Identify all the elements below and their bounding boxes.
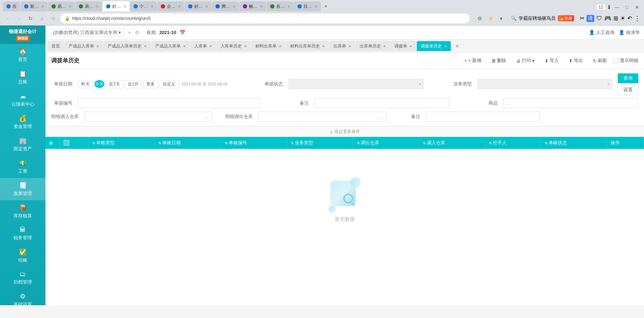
th-in-warehouse[interactable]: ⇅ 调入仓库 [419,137,485,149]
dropdown-icon[interactable]: ▾ [497,14,505,23]
address-input[interactable]: 🔒 https://cloud.chanjet.com/accounting/u… [60,13,470,23]
export-button[interactable]: ⬆ 导出 [565,56,586,65]
forward-button[interactable]: › [15,14,23,23]
date-yesterday-btn[interactable]: 昨天 [78,80,93,88]
date-today-btn[interactable]: 今天 [94,80,104,88]
th-gear[interactable]: ⚙ [45,137,60,149]
goods-picker-button[interactable]: ... [503,98,638,108]
query-button[interactable]: 查询 [618,73,638,83]
date-7days-btn[interactable]: 近7天 [106,80,123,88]
content-tab-3[interactable]: 产成品入库单 ✕ [151,41,190,51]
content-tab-7[interactable]: 材料出库单历史 ✕ [286,41,329,51]
content-tab-2-close[interactable]: ✕ [144,44,147,48]
th-out-warehouse[interactable]: ⇅ 调出仓库 [353,137,419,149]
company-selector[interactable]: (勿删勿禁用) 江西服宝测试专用 ▾ [50,28,124,37]
th-doc-type[interactable]: ⇅ 单账类型 [89,137,155,149]
browser-tab-6[interactable]: 企… ✕ [157,1,184,11]
lightning-icon[interactable]: ⚡ [486,14,495,23]
content-tab-4[interactable]: 入库单 ✕ [190,41,216,51]
home-button[interactable]: ⌂ [38,14,46,23]
content-tab-4-close[interactable]: ✕ [209,44,212,48]
sidebar-item-home[interactable]: 🏠 首页 [0,44,45,66]
setting-button[interactable]: 设置 [618,85,638,95]
content-tab-6[interactable]: 材料出库单 ✕ [251,41,285,51]
date-1month-btn[interactable]: 近1月 [125,80,142,88]
sidebar-item-inventory[interactable]: 📦 库存核算 [0,200,45,223]
content-tab-2[interactable]: 产成品入库单历史 ✕ [104,41,151,51]
select-all-checkbox[interactable] [64,140,69,146]
sidebar-item-archive[interactable]: 🗂 归档管理 [0,267,45,289]
sidebar-item-checkout[interactable]: ✅ 结账 [0,245,45,267]
th-doc-no[interactable]: ⇅ 单账编号 [221,137,287,149]
sidebar-item-cloud-reports[interactable]: ☁ 云报表中心 [0,89,45,111]
print-button[interactable]: 🖨 打印 ▾ [513,56,538,65]
new-tab-button[interactable]: + [321,1,330,11]
menu-icon[interactable]: ⋮ [634,15,640,22]
content-tab-3-close[interactable]: ✕ [183,44,186,48]
service-button[interactable]: 👤 人工咨询 [589,29,615,36]
content-tab-5-close[interactable]: ✕ [244,44,247,48]
content-tab-8[interactable]: 出库单 ✕ [329,41,355,51]
th-doc-status[interactable]: ⇅ 单账状态 [541,137,607,149]
th-doc-date[interactable]: ⇅ 单账日期 [155,137,221,149]
status-select[interactable] [289,79,423,89]
sidebar-item-payroll[interactable]: 💵 工资 [0,156,45,178]
browser-close-button[interactable]: ✕ [633,3,641,11]
content-tab-7-close[interactable]: ✕ [322,44,325,48]
settings-company-icon[interactable]: ⚙ [135,30,140,35]
browser-minimize-button[interactable]: — [613,3,621,11]
delete-button[interactable]: 🗑 删除 [488,56,510,65]
brightness-icon[interactable]: ☀ [620,15,625,22]
content-tab-11-close[interactable]: ✕ [444,44,447,48]
sidebar-item-settings[interactable]: ⚙ 基础设置 [0,289,45,305]
browser-tab-0[interactable]: 在 [3,1,20,11]
browser-tab-10[interactable]: 各… ✕ [267,1,294,11]
browser-tab-9[interactable]: 畅… ✕ [239,1,266,11]
extensions-icon[interactable]: ⚙ [475,14,484,23]
content-tab-10-close[interactable]: ✕ [409,44,412,48]
close-all-tabs-button[interactable]: ✕ [453,42,462,50]
content-tab-10[interactable]: 调拨单 ✕ [391,41,416,51]
calendar-icon[interactable]: 📅 [180,30,185,35]
back-button[interactable]: ‹ [4,14,12,23]
browser-maximize-button[interactable]: □ [623,3,631,11]
browser-tab-3[interactable]: 易… ✕ [75,1,102,11]
grid-icon[interactable]: ⊞ [613,15,618,22]
browser-tab-5[interactable]: 个… ✕ [130,1,157,11]
biz-type-select[interactable] [477,79,612,89]
sidebar-item-cash[interactable]: 💰 资金管理 [0,111,45,133]
content-tab-8-close[interactable]: ✕ [348,44,351,48]
content-tab-home[interactable]: 首页 [48,41,64,51]
browser-tab-4[interactable]: 好… ✕ [103,1,130,11]
th-checkbox[interactable] [60,137,89,149]
collapse-bar[interactable]: ∧ 收起更多条件 [45,126,644,137]
gamepad-icon[interactable]: 🎮 [604,15,611,22]
content-tab-1[interactable]: 产成品入库单 ✕ [65,41,103,51]
browser-tab-2[interactable]: 易… ✕ [48,1,75,11]
note-input[interactable] [426,112,540,122]
refresh-browser-button[interactable]: ↻ [26,14,35,23]
user-avatar[interactable]: 👤 徐泽华 [619,29,640,36]
new-button[interactable]: ＋ + 新增 [460,56,485,65]
docno-input[interactable] [78,98,261,108]
content-tab-9[interactable]: 出库单历史 ✕ [356,41,390,51]
content-tab-11[interactable]: 调拨单历史 ✕ [417,41,451,51]
browser-tab-7[interactable]: 好… ✕ [185,1,212,11]
bookmark-button[interactable]: ☆ [49,14,58,23]
sidebar-item-fixed-assets[interactable]: 🏢 固定资产 [0,133,45,156]
shield-icon[interactable]: 🛡 [596,15,602,22]
content-tab-5[interactable]: 入库单历史 ✕ [217,41,251,51]
scissors-icon[interactable]: ✂ [580,15,584,22]
detail-out-picker[interactable]: ... [258,112,386,122]
th-handler[interactable]: ⇅ 经手人 [485,137,541,149]
detail-in-picker[interactable]: ... [84,112,212,122]
display-cols-toggle[interactable]: 显示明细 [613,57,638,64]
content-tab-6-close[interactable]: ✕ [279,44,282,48]
translate-icon[interactable]: 译 [586,15,594,22]
refresh-button[interactable]: ↻ 刷新 [589,56,611,65]
sidebar-item-tax[interactable]: 🏛 税务管理 [0,223,45,245]
browser-tab-11[interactable]: 目… ✕ [294,1,321,11]
browser-tab-1[interactable]: 新… ✕ [21,1,48,11]
date-more-btn[interactable]: 更多 [143,80,158,88]
sidebar-item-invoice[interactable]: 🧾 发票管理 [0,178,45,200]
